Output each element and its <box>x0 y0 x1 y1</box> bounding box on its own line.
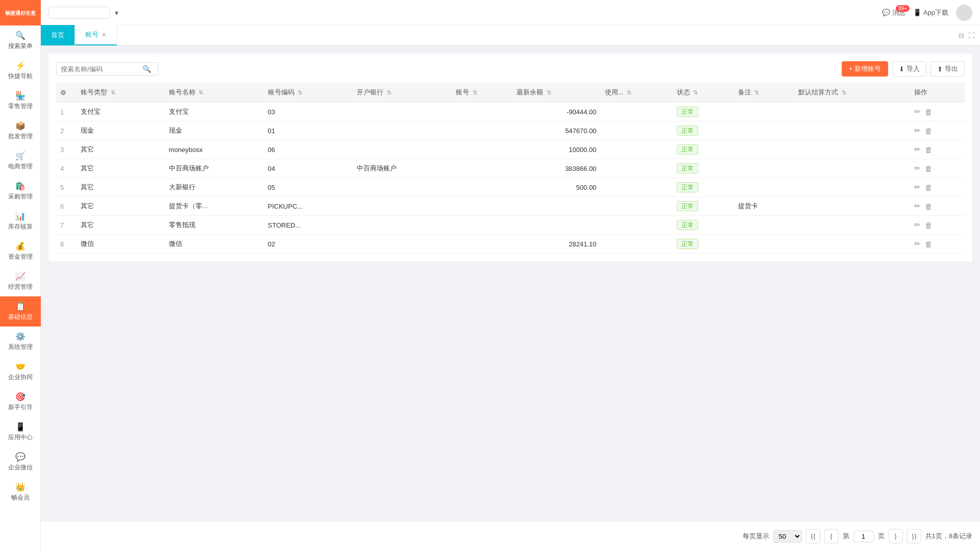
row-index: 7 <box>56 216 77 235</box>
sidebar-item-capital-mgmt[interactable]: 💰资金管理 <box>0 236 41 266</box>
top-search-input[interactable] <box>48 7 110 19</box>
tab-accounts[interactable]: 账号 ✕ <box>75 25 117 45</box>
edit-btn[interactable]: ✏ <box>914 183 921 192</box>
row-account-type: 其它 <box>77 178 165 197</box>
import-button[interactable]: ⬇ 导入 <box>892 61 926 77</box>
tab-home[interactable]: 首页 <box>41 25 75 45</box>
sidebar-item-quick-nav[interactable]: ⚡快捷导航 <box>0 56 41 86</box>
sidebar-item-inventory-calc[interactable]: 📊库存核算 <box>0 206 41 236</box>
sidebar-item-ecommerce-mgmt[interactable]: 🛒电商管理 <box>0 146 41 176</box>
retail-mgmt-label: 零售管理 <box>8 102 33 111</box>
quick-nav-icon: ⚡ <box>15 61 26 70</box>
sidebar-item-system-mgmt[interactable]: ⚙️系统管理 <box>0 327 41 357</box>
row-latest-balance <box>512 197 601 216</box>
sidebar-item-enterprise-agreement[interactable]: 🤝企业协同 <box>0 357 41 387</box>
ecommerce-mgmt-label: 电商管理 <box>8 162 33 171</box>
tab-expand-icon[interactable]: ⛶ <box>968 32 975 39</box>
row-default-settlement <box>794 121 910 140</box>
row-account-name: 零售抵现 <box>165 216 264 235</box>
sidebar-item-app-center[interactable]: 📱应用中心 <box>0 417 41 447</box>
col-status[interactable]: 状态 ⇅ <box>673 83 734 103</box>
delete-btn[interactable]: 🗑 <box>925 239 933 248</box>
add-account-button[interactable]: + 新增账号 <box>842 61 888 77</box>
row-account-type: 微信 <box>77 235 165 254</box>
row-use-status <box>601 140 673 159</box>
export-icon: ⬆ <box>937 65 943 73</box>
last-page-btn[interactable]: ⟩⟩ <box>907 529 921 543</box>
col-remark[interactable]: 备注 ⇅ <box>734 83 795 103</box>
edit-btn[interactable]: ✏ <box>914 239 921 248</box>
purchase-mgmt-icon: 🛍️ <box>15 181 26 191</box>
prev-page-btn[interactable]: ⟨ <box>824 529 839 543</box>
avatar[interactable] <box>956 5 972 21</box>
first-page-btn[interactable]: ⟨⟨ <box>806 529 820 543</box>
app-center-label: 应用中心 <box>8 433 33 442</box>
sidebar-item-member[interactable]: 👑畅会员 <box>0 477 41 507</box>
page-size-select[interactable]: 50 100 <box>773 530 802 543</box>
member-icon: 👑 <box>15 482 26 492</box>
row-opening-bank <box>353 121 452 140</box>
edit-btn[interactable]: ✏ <box>914 145 921 154</box>
delete-btn[interactable]: 🗑 <box>925 126 933 135</box>
delete-btn[interactable]: 🗑 <box>925 164 933 173</box>
sidebar-item-business-mgmt[interactable]: 📈经营管理 <box>0 266 41 296</box>
app-logo: 畅捷通好生意 <box>0 0 41 26</box>
sidebar-item-retail-mgmt[interactable]: 🏪零售管理 <box>0 86 41 116</box>
row-status: 正常 <box>673 235 734 254</box>
row-remark <box>734 140 795 159</box>
enterprise-wechat-icon: 💬 <box>15 452 26 462</box>
sidebar-item-wholesale-mgmt[interactable]: 📦批发管理 <box>0 116 41 146</box>
row-use-status <box>601 121 673 140</box>
top-dropdown-btn[interactable]: ▾ <box>115 9 118 17</box>
row-actions: ✏ 🗑 <box>910 159 965 178</box>
capital-mgmt-label: 资金管理 <box>8 253 33 261</box>
col-account-no[interactable]: 账号 ⇅ <box>452 83 512 103</box>
col-use-status[interactable]: 使用... ⇅ <box>601 83 673 103</box>
main-area: ▾ 💬 消息 99+ 📱 App下载 首页 账号 ✕ ⊟ ⛶ <box>41 0 980 551</box>
row-remark <box>734 235 795 254</box>
row-account-type: 支付宝 <box>77 103 165 121</box>
edit-btn[interactable]: ✏ <box>914 220 921 230</box>
tab-close-btn[interactable]: ✕ <box>102 32 106 38</box>
next-page-btn[interactable]: ⟩ <box>889 529 903 543</box>
tab-minimize-icon[interactable]: ⊟ <box>959 32 964 39</box>
row-account-type: 其它 <box>77 216 165 235</box>
sidebar-item-enterprise-wechat[interactable]: 💬企业微信 <box>0 447 41 477</box>
edit-btn[interactable]: ✏ <box>914 126 921 135</box>
delete-btn[interactable]: 🗑 <box>925 107 933 116</box>
app-icon: 📱 <box>913 9 921 16</box>
row-index: 6 <box>56 197 77 216</box>
page-input[interactable] <box>853 531 874 542</box>
sidebar-item-basic-info[interactable]: 📋基础信息 <box>0 296 41 327</box>
enterprise-agreement-label: 企业协同 <box>8 373 33 382</box>
delete-btn[interactable]: 🗑 <box>925 202 933 211</box>
wholesale-mgmt-icon: 📦 <box>15 121 26 131</box>
col-account-type[interactable]: 账号类型 ⇅ <box>77 83 165 103</box>
app-download-btn[interactable]: 📱 App下载 <box>913 8 948 17</box>
row-status: 正常 <box>673 159 734 178</box>
col-account-name[interactable]: 账号名称 ⇅ <box>165 83 264 103</box>
search-input[interactable] <box>61 65 142 73</box>
row-account-code: STORED... <box>264 216 353 235</box>
col-account-code[interactable]: 账号编码 ⇅ <box>264 83 353 103</box>
delete-btn[interactable]: 🗑 <box>925 183 933 192</box>
import-icon: ⬇ <box>899 65 904 73</box>
sidebar-item-purchase-mgmt[interactable]: 🛍️采购管理 <box>0 176 41 206</box>
row-opening-bank <box>353 140 452 159</box>
export-button[interactable]: ⬆ 导出 <box>930 61 965 77</box>
col-opening-bank[interactable]: 开户银行 ⇅ <box>353 83 452 103</box>
sidebar-item-newbie-guide[interactable]: 🎯新手引导 <box>0 387 41 417</box>
sidebar-item-search-menu[interactable]: 🔍搜索菜单 <box>0 26 41 56</box>
row-account-name: 支付宝 <box>165 103 264 121</box>
messages-btn[interactable]: 💬 消息 99+ <box>882 8 905 17</box>
edit-btn[interactable]: ✏ <box>914 202 921 211</box>
page-suffix: 页 <box>878 532 885 541</box>
delete-btn[interactable]: 🗑 <box>925 145 933 154</box>
export-label: 导出 <box>945 64 958 73</box>
col-latest-balance[interactable]: 最新余额 ⇅ <box>512 83 601 103</box>
edit-btn[interactable]: ✏ <box>914 164 921 173</box>
settings-icon[interactable]: ⚙ <box>60 89 66 96</box>
col-default-settlement[interactable]: 默认结算方式 ⇅ <box>794 83 910 103</box>
delete-btn[interactable]: 🗑 <box>925 220 933 230</box>
edit-btn[interactable]: ✏ <box>914 107 921 116</box>
